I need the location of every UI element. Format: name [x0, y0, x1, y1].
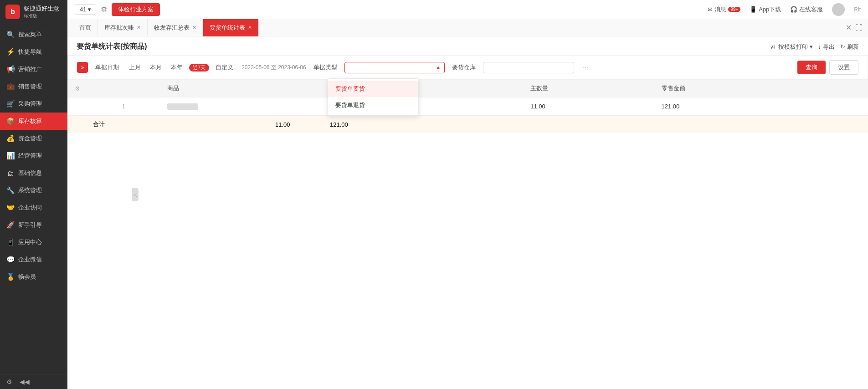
tab-inventory-batch[interactable]: 库存批次账 ✕ — [98, 19, 148, 36]
sidebar-item-app-center[interactable]: 📱 应用中心 — [0, 234, 67, 251]
tabs-expand-icon[interactable]: ⛶ — [855, 24, 863, 32]
tab-request-stats-close[interactable]: ✕ — [248, 25, 252, 31]
page-actions: 🖨 按模板打印 ▾ ↓ 导出 ↻ 刷新 — [770, 43, 859, 51]
sidebar-item-system[interactable]: 🔧 系统管理 — [0, 182, 67, 199]
table-col-product: 商品 — [160, 80, 344, 97]
warehouse-more-icon[interactable]: ··· — [582, 63, 588, 72]
sidebar-app-center-icon: 📱 — [6, 238, 15, 246]
table-container: ⚙ 商品 主计量单位 主数量 零售金额 1 ████ ███ 块 1 — [67, 80, 868, 133]
sidebar-item-quick-nav[interactable]: ⚡ 快捷导航 — [0, 43, 67, 61]
sidebar-cooperation-icon: 🤝 — [6, 204, 15, 212]
date-option-7days[interactable]: 近7天 — [189, 64, 209, 72]
filter-expand-btn[interactable]: » — [77, 62, 88, 73]
dropdown-item-0[interactable]: 要货单要货 — [328, 81, 418, 97]
date-options: 上月 本月 本年 近7天 自定义 2023-05-06 至 2023-06-06 — [126, 62, 306, 72]
tab-inventory-batch-close[interactable]: ✕ — [137, 25, 141, 31]
sidebar-search-label: 搜索菜单 — [18, 31, 42, 39]
main-content: 41 ▾ ⚙ 体验行业方案 ✉ 消息 99+ 📱 App下载 🎧 在 — [67, 0, 868, 389]
tabs-actions: ✕ ⛶ — [846, 23, 863, 32]
user-name: Rit — [854, 6, 861, 13]
tab-request-stats[interactable]: 要货单统计表 ✕ — [203, 19, 259, 36]
table-col-amount: 零售金额 — [654, 80, 809, 97]
app-download-item[interactable]: 📱 App下载 — [750, 5, 781, 14]
table-col-index — [87, 80, 160, 97]
date-option-custom[interactable]: 自定义 — [213, 62, 236, 72]
sidebar-purchase-label: 采购管理 — [18, 100, 42, 108]
date-option-this-month[interactable]: 本月 — [147, 62, 164, 72]
app-download-label: App下载 — [759, 5, 781, 14]
row-product: ████ ███ — [160, 97, 344, 115]
sidebar-item-search[interactable]: 🔍 搜索菜单 — [0, 26, 67, 43]
sidebar-wechat-label: 企业微信 — [18, 256, 42, 264]
avatar[interactable] — [832, 3, 845, 16]
messages-item[interactable]: ✉ 消息 99+ — [708, 5, 740, 14]
warehouse-input-wrapper — [483, 62, 574, 73]
tabs-close-all-icon[interactable]: ✕ — [846, 23, 852, 32]
order-type-chevron-icon[interactable]: ▲ — [436, 64, 441, 71]
sidebar-item-finance[interactable]: 💰 资金管理 — [0, 130, 67, 147]
trial-button[interactable]: 体验行业方案 — [112, 3, 160, 16]
store-selector[interactable]: 41 ▾ — [75, 4, 96, 15]
sidebar-item-wechat[interactable]: 💬 企业微信 — [0, 251, 67, 268]
sidebar-inventory-label: 库存核算 — [18, 117, 42, 125]
row-gear — [67, 97, 87, 115]
footer-amount: 121.00 — [330, 121, 348, 128]
tab-request-stats-label: 要货单统计表 — [210, 24, 245, 32]
export-action[interactable]: ↓ 导出 — [818, 43, 835, 51]
sidebar-toggle[interactable]: ◁ — [132, 188, 139, 201]
settings-icon[interactable]: ⚙ — [6, 378, 12, 385]
store-name: 41 — [80, 6, 86, 13]
date-option-last-month[interactable]: 上月 — [126, 62, 144, 72]
tab-home[interactable]: 首页 — [73, 19, 98, 36]
header-settings-icon[interactable]: ⚙ — [101, 5, 107, 14]
row-amount: 121.00 — [654, 97, 809, 115]
row-extra — [809, 97, 868, 115]
tab-inventory-batch-label: 库存批次账 — [104, 24, 134, 32]
sidebar-item-inventory[interactable]: 📦 库存核算 — [0, 113, 67, 130]
warehouse-input[interactable] — [483, 62, 574, 73]
refresh-action[interactable]: ↻ 刷新 — [840, 43, 859, 51]
page-header: 要货单统计表(按商品) 🖨 按模板打印 ▾ ↓ 导出 ↻ 刷新 — [67, 36, 868, 55]
sidebar-item-membership[interactable]: 🏅 畅会员 — [0, 268, 67, 286]
sidebar-item-guide[interactable]: 🚀 新手引导 — [0, 216, 67, 234]
sidebar-item-cooperation[interactable]: 🤝 企业协同 — [0, 199, 67, 216]
sidebar-item-sales[interactable]: 💼 销售管理 — [0, 78, 67, 95]
sidebar-marketing-label: 营销推广 — [18, 65, 42, 73]
date-option-this-year[interactable]: 本年 — [168, 62, 185, 72]
tab-receive-summary[interactable]: 收发存汇总表 ✕ — [148, 19, 203, 36]
print-template-action[interactable]: 🖨 按模板打印 ▾ — [770, 43, 813, 51]
sidebar-item-operations[interactable]: 📊 经营管理 — [0, 147, 67, 164]
sidebar-item-marketing[interactable]: 📢 营销推广 — [0, 61, 67, 78]
sidebar-guide-icon: 🚀 — [6, 221, 15, 229]
collapse-icon[interactable]: ◀◀ — [20, 378, 30, 385]
tab-home-label: 首页 — [79, 24, 91, 32]
online-service-item[interactable]: 🎧 在线客服 — [790, 5, 823, 14]
order-type-input[interactable] — [344, 62, 445, 73]
sidebar-item-base-info[interactable]: 🗂 基础信息 — [0, 164, 67, 182]
expand-icon: » — [81, 64, 84, 71]
sidebar-purchase-icon: 🛒 — [6, 100, 15, 108]
tab-receive-summary-close[interactable]: ✕ — [192, 25, 196, 31]
sidebar: b 畅捷通好生意 标准版 🔍 搜索菜单 ⚡ 快捷导航 📢 营销推广 💼 销售管理… — [0, 0, 67, 389]
footer-label: 合计 — [93, 121, 105, 128]
settings-button[interactable]: 设置 — [829, 60, 858, 75]
headset-icon: 🎧 — [790, 6, 797, 13]
order-type-label: 单据类型 — [313, 63, 337, 72]
table-col-extra — [809, 80, 868, 97]
logo-icon: b — [5, 5, 20, 19]
dropdown-item-0-label: 要货单要货 — [335, 85, 365, 92]
message-icon: ✉ — [708, 6, 713, 13]
dropdown-item-1-label: 要货单退货 — [335, 102, 365, 108]
filter-bar: » 单据日期 上月 本月 本年 近7天 自定义 2023-05-06 至 202… — [67, 55, 868, 80]
row-index: 1 — [87, 97, 160, 115]
table-header-row: ⚙ 商品 主计量单位 主数量 零售金额 — [67, 80, 868, 97]
sidebar-nav: 🔍 搜索菜单 ⚡ 快捷导航 📢 营销推广 💼 销售管理 🛒 采购管理 📦 库存核… — [0, 24, 67, 374]
dropdown-item-1[interactable]: 要货单退货 — [328, 97, 418, 113]
query-button[interactable]: 查询 — [797, 61, 826, 74]
sidebar-membership-icon: 🏅 — [6, 273, 15, 281]
sidebar-marketing-icon: 📢 — [6, 65, 15, 73]
export-icon: ↓ — [818, 43, 822, 50]
table-col-gear[interactable]: ⚙ — [67, 80, 87, 97]
sidebar-item-purchase[interactable]: 🛒 采购管理 — [0, 95, 67, 113]
table-col-quantity: 主数量 — [523, 80, 654, 97]
